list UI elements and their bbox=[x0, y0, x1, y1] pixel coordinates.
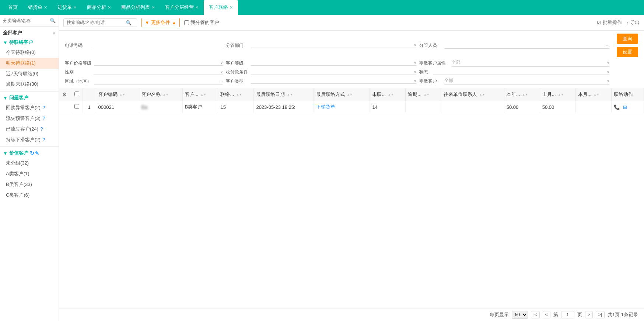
col-last-month[interactable]: 上月... ▲▼ bbox=[540, 88, 575, 101]
filter-person-more-icon[interactable]: ··· bbox=[606, 42, 609, 48]
col-not-contacted[interactable]: 未联... ▲▼ bbox=[370, 88, 406, 101]
nav-customer-contact[interactable]: 客户联络 ✕ bbox=[204, 0, 238, 15]
filter-payment-select[interactable]: ∨ bbox=[251, 70, 416, 75]
nav-purchase-close[interactable]: ✕ bbox=[73, 5, 77, 10]
nav-product-analysis[interactable]: 商品分析 ✕ bbox=[82, 0, 116, 15]
nav-product-analysis-list-close[interactable]: ✕ bbox=[151, 5, 155, 10]
value-edit-icon[interactable]: ✎ bbox=[35, 151, 39, 156]
footer-page-label: 第 bbox=[553, 311, 558, 318]
nav-customer-segment[interactable]: 客户分层经营 ✕ bbox=[160, 0, 204, 15]
row-check-cell[interactable] bbox=[71, 101, 83, 113]
sidebar-item-tomorrow[interactable]: 明天待联络(1) bbox=[0, 58, 59, 69]
col-overdue-label: 逾期... bbox=[408, 92, 421, 97]
row-name-cell[interactable]: Ea bbox=[139, 101, 183, 113]
row-last-month: 50.00 bbox=[542, 104, 554, 110]
col-settings[interactable]: ⚙ bbox=[59, 88, 71, 101]
batch-op-checkbox-icon: ☑ bbox=[597, 20, 601, 25]
filter-customer-level-select[interactable]: ∨ bbox=[251, 61, 416, 66]
page-next-button[interactable]: > bbox=[585, 311, 593, 318]
sidebar-collapse-icon[interactable]: « bbox=[53, 30, 56, 35]
row-checkbox[interactable] bbox=[74, 104, 79, 109]
nav-purchase[interactable]: 进货单 ✕ bbox=[52, 0, 82, 15]
filter-price-level-select[interactable]: ∨ bbox=[94, 61, 223, 66]
filter-status-select[interactable]: ∨ bbox=[433, 70, 609, 75]
sidebar-item-c-class[interactable]: C类客户(6) bbox=[0, 190, 59, 201]
row-last-contact-method[interactable]: 下销货单 bbox=[316, 104, 335, 110]
more-filter-button[interactable]: ▼ 更多条件 ▲ bbox=[141, 18, 180, 27]
nav-sales-label: 销货单 bbox=[28, 4, 42, 11]
value-refresh-icon[interactable]: ↻ bbox=[30, 150, 34, 156]
sidebar-item-week[interactable]: 近7天待联络(0) bbox=[0, 69, 59, 79]
col-overdue[interactable]: 逾期... ▲▼ bbox=[406, 88, 441, 101]
sidebar-item-continuous[interactable]: 持续下滑客户(2) ? bbox=[0, 135, 59, 145]
filter-person-select[interactable]: ··· bbox=[444, 42, 609, 49]
col-contact-person[interactable]: 往来单位联系人 ▲▼ bbox=[441, 88, 504, 101]
action-more-icon[interactable]: ⊞ bbox=[623, 104, 627, 110]
sidebar-item-churned[interactable]: 已流失客户(24) ? bbox=[0, 124, 59, 135]
sidebar-item-overdue[interactable]: 逾期未联络(30) bbox=[0, 79, 59, 90]
sidebar-all-customers-label[interactable]: 全部客户 bbox=[3, 30, 22, 36]
nav-customer-contact-close[interactable]: ✕ bbox=[230, 5, 233, 10]
filter-retail-attr-select[interactable]: 全部 ∨ bbox=[452, 59, 609, 67]
set-button[interactable]: 设置 bbox=[617, 47, 638, 57]
col-contact[interactable]: 联络... ▲▼ bbox=[218, 88, 254, 101]
query-btns: 查询 设置 bbox=[612, 34, 638, 57]
filter-area-select[interactable]: ··· bbox=[94, 78, 223, 84]
col-name[interactable]: 客户名称 ▲▼ bbox=[139, 88, 183, 101]
page-number-input[interactable] bbox=[561, 311, 574, 318]
sidebar-pending-group[interactable]: ▼ 待联络客户 bbox=[0, 38, 59, 47]
sidebar-item-today[interactable]: 今天待联络(0) bbox=[0, 47, 59, 58]
sidebar-search-input[interactable] bbox=[3, 18, 50, 23]
sidebar-item-repurchase[interactable]: 回购异常客户(2) ? bbox=[0, 103, 59, 113]
row-code-cell[interactable]: 000021 bbox=[96, 101, 139, 113]
my-customer-check-wrap[interactable]: 我分管的客户 bbox=[184, 19, 219, 26]
col-this-year[interactable]: 本年... ▲▼ bbox=[504, 88, 540, 101]
per-page-select[interactable]: 50 bbox=[512, 311, 528, 319]
search-input[interactable] bbox=[67, 20, 126, 25]
search-submit-icon[interactable]: 🔍 bbox=[126, 20, 132, 25]
export-button[interactable]: ↑ 导出 bbox=[626, 19, 640, 26]
filter-area-more-icon[interactable]: ··· bbox=[219, 78, 223, 83]
sidebar-value-group[interactable]: ▼ 价值客户 ↻ ✎ bbox=[0, 148, 59, 158]
filter-customer-type-select[interactable]: ∨ bbox=[251, 79, 416, 84]
sidebar-pending-arrow: ▼ bbox=[3, 40, 8, 45]
row-code: 000021 bbox=[98, 104, 114, 110]
nav-sales[interactable]: 销货单 ✕ bbox=[23, 0, 52, 15]
col-code[interactable]: 客户编码 ▲▼ bbox=[96, 88, 139, 101]
sidebar-item-b-class[interactable]: B类客户(33) bbox=[0, 179, 59, 190]
select-all-checkbox[interactable] bbox=[74, 92, 79, 96]
page-first-button[interactable]: |< bbox=[531, 311, 540, 318]
filter-phone-input[interactable] bbox=[94, 42, 223, 49]
action-phone-icon[interactable]: 📞 bbox=[614, 104, 620, 110]
filter-retail-customer-select[interactable]: 全部 ∨ bbox=[444, 77, 609, 85]
filter-dept-select[interactable]: ∨ bbox=[251, 43, 416, 48]
filter-gender-select[interactable]: ∨ bbox=[94, 70, 223, 75]
search-input-wrap: 🔍 bbox=[63, 18, 137, 27]
row-action-cell[interactable]: 📞 ⊞ bbox=[611, 101, 644, 113]
sidebar-search-icon[interactable]: 🔍 bbox=[50, 18, 56, 23]
col-this-month[interactable]: 本月... ▲▼ bbox=[575, 88, 611, 101]
page-last-button[interactable]: >| bbox=[596, 311, 605, 318]
row-last-contact-method-cell[interactable]: 下销货单 bbox=[314, 101, 370, 113]
col-last-contact-date[interactable]: 最后联络日期 ▲▼ bbox=[254, 88, 314, 101]
settings-icon[interactable]: ⚙ bbox=[62, 92, 67, 97]
sidebar-item-ungrouped[interactable]: 未分组(32) bbox=[0, 158, 59, 169]
nav-product-analysis-list[interactable]: 商品分析列表 ✕ bbox=[116, 0, 160, 15]
col-last-contact-method[interactable]: 最后联络方式 ▲▼ bbox=[314, 88, 370, 101]
nav-sales-close[interactable]: ✕ bbox=[44, 5, 47, 10]
page-prev-button[interactable]: < bbox=[543, 311, 550, 318]
col-type-sort-icon: ▲▼ bbox=[200, 93, 206, 96]
nav-home[interactable]: 首页 bbox=[3, 0, 23, 15]
nav-customer-segment-close[interactable]: ✕ bbox=[195, 5, 199, 10]
col-overdue-sort-icon: ▲▼ bbox=[424, 93, 430, 96]
my-customer-checkbox[interactable] bbox=[184, 20, 189, 25]
nav-product-analysis-close[interactable]: ✕ bbox=[108, 5, 111, 10]
sidebar-item-a-class[interactable]: A类客户(1) bbox=[0, 169, 59, 179]
query-button[interactable]: 查询 bbox=[617, 34, 638, 44]
batch-op-button[interactable]: ☑ 批量操作 bbox=[597, 19, 622, 26]
col-type[interactable]: 客户... ▲▼ bbox=[182, 88, 218, 101]
sidebar-problem-group[interactable]: ▼ 问题客户 bbox=[0, 93, 59, 103]
filter-customer-type: 客户类型 ∨ bbox=[226, 78, 419, 84]
row-last-contact-date-cell: 2023-05-23 18:25: bbox=[254, 101, 314, 113]
sidebar-item-lost[interactable]: 流失预警客户(3) ? bbox=[0, 113, 59, 124]
